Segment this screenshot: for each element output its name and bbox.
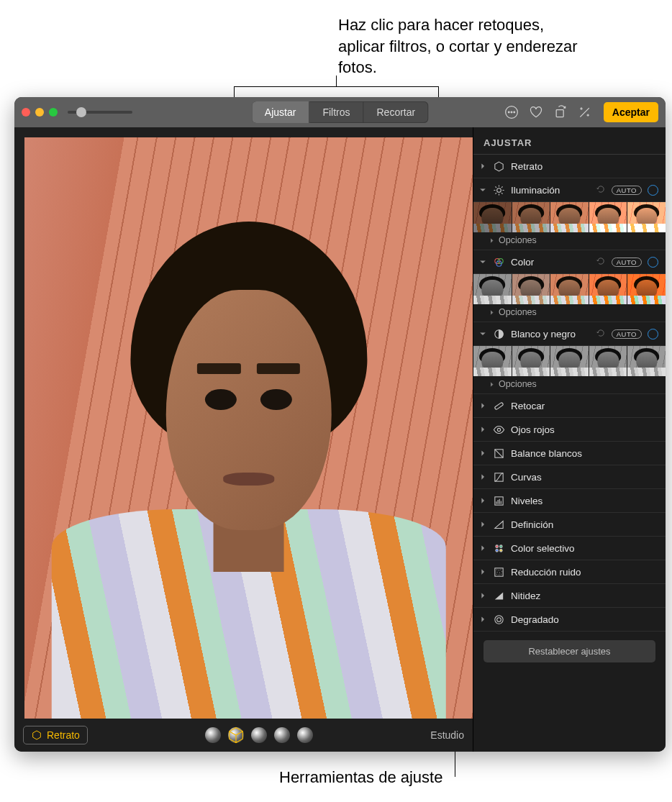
color-thumb[interactable] — [627, 274, 666, 304]
row-label: Curvas — [511, 472, 658, 483]
adjust-row-vignette[interactable]: Degradado — [473, 608, 666, 632]
adjust-row-selcolor[interactable]: Color selectivo — [473, 537, 666, 560]
svg-point-18 — [499, 549, 502, 552]
chevron-right-icon — [480, 593, 486, 598]
chevron-right-icon — [480, 545, 486, 551]
bw-thumb[interactable] — [473, 346, 512, 376]
enable-color-toggle[interactable] — [648, 257, 658, 268]
svg-point-20 — [494, 615, 502, 623]
chevron-right-icon — [480, 450, 486, 456]
lighting-option-natural[interactable] — [205, 727, 221, 743]
row-label: Degradado — [511, 614, 658, 625]
bw-thumb[interactable] — [550, 346, 589, 376]
half-circle-icon — [493, 328, 505, 340]
sun-icon — [493, 184, 505, 196]
bw-thumbnails[interactable] — [473, 346, 666, 376]
chevron-down-icon — [480, 259, 486, 265]
chevron-right-icon — [480, 521, 486, 527]
row-label: Nitidez — [511, 591, 658, 601]
lighting-option-studio[interactable] — [228, 727, 244, 743]
auto-enhance-button[interactable] — [575, 102, 595, 122]
adjust-row-noise[interactable]: Reducción ruido — [473, 560, 666, 584]
cube-icon — [226, 725, 246, 745]
light-thumb[interactable] — [627, 202, 666, 232]
adjust-row-bw[interactable]: Blanco y negro AUTO — [473, 322, 666, 346]
enable-bw-toggle[interactable] — [648, 329, 658, 340]
adjust-row-color[interactable]: Color AUTO — [473, 250, 666, 274]
lighting-option-stage-mono[interactable] — [297, 727, 313, 743]
auto-light-button[interactable]: AUTO — [612, 186, 642, 195]
row-label: Iluminación — [511, 185, 590, 196]
photo-canvas[interactable] — [24, 137, 473, 719]
window-controls — [22, 108, 58, 117]
app-window: Ajustar Filtros Recortar Aceptar — [14, 97, 666, 752]
svg-point-1 — [508, 111, 509, 113]
tab-crop[interactable]: Recortar — [364, 101, 429, 123]
row-label: Niveles — [511, 496, 658, 506]
auto-bw-button[interactable]: AUTO — [612, 329, 642, 339]
adjust-row-redeye[interactable]: Ojos rojos — [473, 418, 666, 442]
lighting-option-contour[interactable] — [251, 727, 267, 743]
tab-adjust[interactable]: Ajustar — [252, 101, 310, 123]
svg-point-21 — [496, 617, 501, 621]
reset-bw-button[interactable] — [596, 328, 606, 340]
minimize-window-button[interactable] — [35, 108, 44, 117]
bw-thumb[interactable] — [627, 346, 666, 376]
bw-thumb[interactable] — [512, 346, 550, 376]
adjust-row-wb[interactable]: Balance blancos — [473, 442, 666, 465]
adjust-row-curves[interactable]: Curvas — [473, 465, 666, 489]
color-options-row[interactable]: Opciones — [473, 304, 666, 322]
zoom-slider[interactable] — [68, 111, 132, 114]
bandage-icon — [493, 400, 505, 412]
reset-adjustments-button[interactable]: Restablecer ajustes — [483, 640, 655, 662]
svg-point-2 — [511, 111, 512, 113]
hexagon-icon — [31, 729, 42, 741]
adjust-row-sharpen[interactable]: Nitidez — [473, 584, 666, 608]
callout-bottom-text: Herramientas de ajuste — [279, 768, 442, 787]
color-thumb[interactable] — [473, 274, 512, 304]
svg-point-3 — [514, 111, 515, 113]
rotate-icon — [553, 105, 568, 119]
portrait-mode-button[interactable]: Retrato — [23, 726, 88, 744]
fullscreen-window-button[interactable] — [49, 108, 58, 117]
more-options-button[interactable] — [501, 102, 522, 122]
auto-color-button[interactable]: AUTO — [612, 258, 642, 267]
row-label: Ojos rojos — [511, 424, 658, 435]
chevron-right-icon — [480, 616, 486, 622]
chevron-right-icon — [480, 569, 486, 575]
rotate-button[interactable] — [550, 102, 571, 122]
bw-options-row[interactable]: Opciones — [473, 376, 666, 394]
adjust-row-light[interactable]: Iluminación AUTO — [473, 178, 666, 202]
light-thumb[interactable] — [589, 202, 627, 232]
adjust-row-definition[interactable]: Definición — [473, 513, 666, 537]
enable-light-toggle[interactable] — [648, 185, 658, 196]
light-options-row[interactable]: Opciones — [473, 232, 666, 250]
adjust-row-levels[interactable]: Niveles — [473, 489, 666, 513]
color-thumb[interactable] — [512, 274, 550, 304]
light-thumb[interactable] — [512, 202, 550, 232]
row-label: Reducción ruido — [511, 567, 658, 578]
color-thumbnails[interactable] — [473, 274, 666, 304]
color-thumb[interactable] — [589, 274, 627, 304]
light-thumbnails[interactable] — [473, 202, 666, 232]
lighting-option-stage[interactable] — [274, 727, 290, 743]
svg-point-16 — [499, 544, 502, 547]
chevron-right-icon — [480, 427, 486, 432]
light-thumb[interactable] — [473, 202, 512, 232]
edit-mode-tabs: Ajustar Filtros Recortar — [252, 101, 428, 123]
hexagon-icon — [493, 160, 505, 173]
close-window-button[interactable] — [22, 108, 30, 117]
row-label: Retocar — [511, 401, 658, 411]
bw-thumb[interactable] — [589, 346, 627, 376]
tab-filters[interactable]: Filtros — [309, 101, 363, 123]
color-thumb[interactable] — [550, 274, 589, 304]
reset-light-button[interactable] — [596, 184, 606, 196]
done-button[interactable]: Aceptar — [604, 102, 658, 122]
row-label: Color selectivo — [511, 543, 658, 554]
adjust-row-retouch[interactable]: Retocar — [473, 394, 666, 418]
adjust-row-portrait[interactable]: Retrato — [473, 155, 666, 178]
reset-color-button[interactable] — [596, 256, 606, 268]
favorite-button[interactable] — [526, 102, 546, 122]
light-thumb[interactable] — [550, 202, 589, 232]
portrait-badge-label: Retrato — [47, 729, 80, 741]
